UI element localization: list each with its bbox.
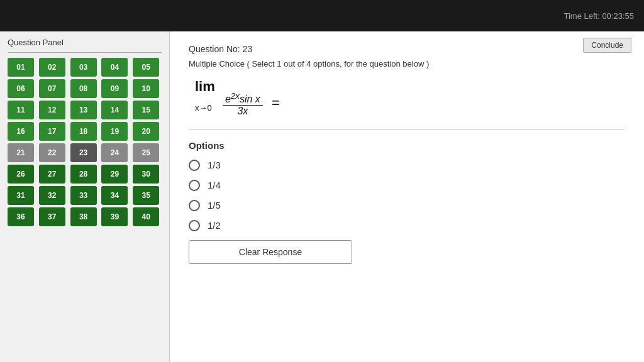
question-cell-30[interactable]: 30 (133, 165, 159, 184)
timer-label: Time Left: 00:23:55 (564, 11, 634, 21)
question-cell-26[interactable]: 26 (8, 165, 34, 184)
question-cell-19[interactable]: 19 (101, 122, 128, 141)
options-container: 1/31/41/51/2 (189, 160, 625, 231)
question-cell-18[interactable]: 18 (70, 122, 97, 141)
question-cell-29[interactable]: 29 (101, 165, 128, 184)
sidebar-title: Question Panel (8, 38, 162, 47)
option-row-opt3[interactable]: 1/5 (189, 200, 625, 211)
main-panel: Question No: 23 Multiple Choice ( Select… (170, 31, 644, 362)
denominator: 3x (223, 106, 263, 117)
limit-subscript: x→0 (195, 103, 212, 112)
question-cell-02[interactable]: 02 (39, 58, 65, 77)
options-title: Options (189, 140, 625, 151)
question-cell-14[interactable]: 14 (101, 101, 128, 119)
question-cell-06[interactable]: 06 (8, 79, 34, 98)
sidebar: Question Panel 0102030405060708091011121… (0, 31, 170, 362)
radio-opt4 (189, 220, 200, 231)
question-cell-11[interactable]: 11 (8, 101, 34, 119)
question-cell-31[interactable]: 31 (8, 186, 34, 205)
header-row: Question No: 23 (189, 44, 625, 54)
question-cell-09[interactable]: 09 (101, 79, 128, 98)
numerator: e2xsin x (223, 91, 263, 106)
question-cell-13[interactable]: 13 (70, 101, 97, 119)
radio-opt3 (189, 200, 200, 211)
math-formula: lim x→0 e2xsin x 3x = (195, 79, 625, 117)
question-cell-15[interactable]: 15 (133, 101, 159, 119)
lim-word: lim (195, 79, 215, 94)
sidebar-divider (8, 52, 162, 53)
question-cell-01[interactable]: 01 (8, 58, 34, 77)
question-cell-20[interactable]: 20 (133, 122, 159, 141)
question-cell-04[interactable]: 04 (101, 58, 128, 77)
question-cell-28[interactable]: 28 (70, 165, 97, 184)
formula-fraction: e2xsin x 3x (223, 91, 263, 117)
question-number: Question No: 23 (189, 44, 252, 54)
question-cell-34[interactable]: 34 (101, 186, 128, 205)
question-cell-12[interactable]: 12 (39, 101, 65, 119)
question-cell-37[interactable]: 37 (39, 207, 65, 226)
option-label-opt3: 1/5 (208, 200, 221, 211)
option-row-opt2[interactable]: 1/4 (189, 180, 625, 191)
question-cell-17[interactable]: 17 (39, 122, 65, 141)
option-row-opt1[interactable]: 1/3 (189, 160, 625, 171)
option-row-opt4[interactable]: 1/2 (189, 220, 625, 231)
question-cell-16[interactable]: 16 (8, 122, 34, 141)
question-cell-03[interactable]: 03 (70, 58, 97, 77)
main-content: Question Panel 0102030405060708091011121… (0, 31, 644, 362)
option-label-opt4: 1/2 (208, 220, 221, 231)
question-cell-23[interactable]: 23 (70, 143, 97, 162)
question-cell-10[interactable]: 10 (133, 79, 159, 98)
radio-opt1 (189, 160, 200, 171)
question-cell-05[interactable]: 05 (133, 58, 159, 77)
question-cell-08[interactable]: 08 (70, 79, 97, 98)
option-label-opt1: 1/3 (208, 160, 221, 170)
question-cell-24[interactable]: 24 (101, 143, 128, 162)
conclude-button[interactable]: Conclude (583, 38, 631, 53)
limit-part: lim x→0 (195, 79, 215, 112)
top-bar: Time Left: 00:23:55 (0, 0, 644, 31)
radio-opt2 (189, 180, 200, 191)
clear-response-button[interactable]: Clear Response (189, 240, 352, 264)
question-cell-36[interactable]: 36 (8, 207, 34, 226)
question-cell-07[interactable]: 07 (39, 79, 65, 98)
instruction-text: Multiple Choice ( Select 1 out of 4 opti… (189, 59, 625, 69)
question-cell-33[interactable]: 33 (70, 186, 97, 205)
option-label-opt2: 1/4 (208, 180, 221, 190)
question-cell-40[interactable]: 40 (133, 207, 159, 226)
question-cell-39[interactable]: 39 (101, 207, 128, 226)
question-cell-25[interactable]: 25 (133, 143, 159, 162)
question-cell-22[interactable]: 22 (39, 143, 65, 162)
question-cell-21[interactable]: 21 (8, 143, 34, 162)
question-grid: 0102030405060708091011121314151617181920… (8, 58, 162, 226)
equals-sign: = (272, 95, 280, 111)
question-cell-27[interactable]: 27 (39, 165, 65, 184)
question-cell-32[interactable]: 32 (39, 186, 65, 205)
question-cell-35[interactable]: 35 (133, 186, 159, 205)
question-cell-38[interactable]: 38 (70, 207, 97, 226)
divider-line (189, 129, 625, 130)
